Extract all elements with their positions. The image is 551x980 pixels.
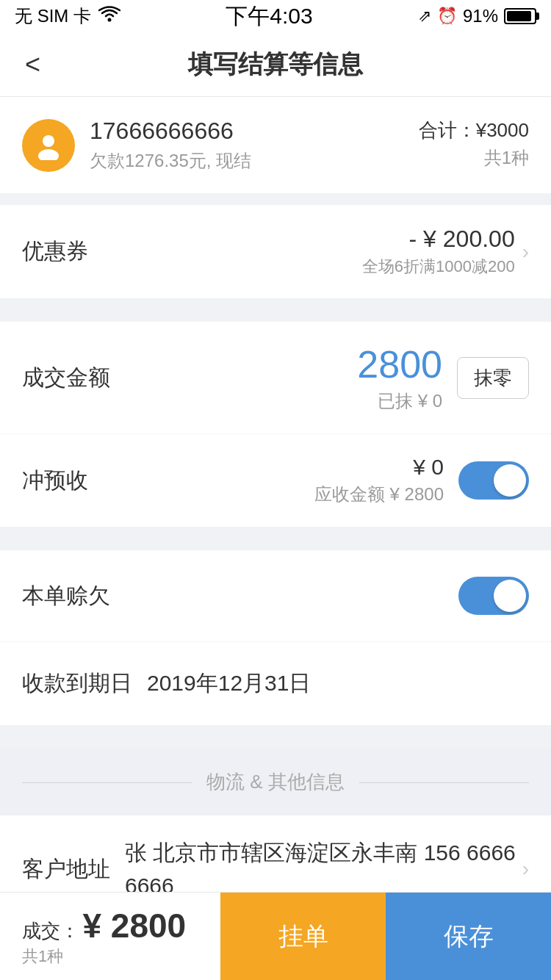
prepay-label: 冲预收 <box>22 466 88 496</box>
customer-debt: 欠款1276.35元, 现结 <box>90 149 251 173</box>
battery-percentage: 91% <box>463 6 498 26</box>
due-row: 收款到期日 2019年12月31日 <box>0 642 551 725</box>
debt-label: 本单赊欠 <box>22 581 110 611</box>
page-title: 填写结算等信息 <box>188 48 363 82</box>
coupon-row[interactable]: 优惠券 - ¥ 200.00 全场6折满1000减200 › <box>0 205 551 298</box>
coupon-description: 全场6折满1000减200 <box>362 256 515 278</box>
back-button[interactable]: < <box>18 42 48 87</box>
coupon-right: - ¥ 200.00 全场6折满1000减200 › <box>362 226 529 278</box>
logistics-section-label: 物流 & 其他信息 <box>192 769 359 795</box>
due-value: 2019年12月31日 <box>147 669 311 699</box>
customer-right: 合计：¥3000 共1种 <box>419 118 529 170</box>
bottom-deal-amount: ¥ 2800 <box>82 907 186 945</box>
bottom-deal-label: 成交： <box>22 920 79 942</box>
coupon-label: 优惠券 <box>22 237 88 267</box>
hang-button[interactable]: 挂单 <box>220 893 386 980</box>
customer-info: 17666666666 欠款1276.35元, 现结 <box>90 118 251 173</box>
debt-toggle-knob <box>494 580 526 612</box>
amount-right-block: 2800 已抹 ¥ 0 <box>357 342 442 413</box>
customer-total-amount: ¥3000 <box>476 119 529 141</box>
customer-total-label: 合计： <box>419 119 476 141</box>
debt-section: 本单赊欠 收款到期日 2019年12月31日 <box>0 550 551 725</box>
carrier-text: 无 SIM 卡 <box>15 4 91 28</box>
due-label: 收款到期日 <box>22 669 132 699</box>
customer-count: 共1种 <box>419 146 529 170</box>
prepay-amount: ¥ 0 <box>314 455 444 480</box>
battery-icon <box>504 8 536 24</box>
prepay-row: 冲预收 ¥ 0 应收金额 ¥ 2800 <box>0 434 551 527</box>
debt-toggle[interactable] <box>458 577 529 615</box>
section-divider-3 <box>0 725 551 737</box>
battery-fill <box>507 11 531 21</box>
round-button[interactable]: 抹零 <box>457 357 529 399</box>
status-bar: 无 SIM 卡 下午4:03 ⇗ ⏰ 91% <box>0 0 551 32</box>
bottom-bar: 成交： ¥ 2800 共1种 挂单 保存 <box>0 892 551 980</box>
logistics-divider: 物流 & 其他信息 <box>0 749 551 815</box>
debt-row: 本单赊欠 <box>0 550 551 642</box>
prepay-toggle[interactable] <box>458 461 529 500</box>
status-time: 下午4:03 <box>226 1 312 32</box>
alarm-icon: ⏰ <box>437 7 457 26</box>
svg-point-2 <box>38 149 59 160</box>
content-area: 17666666666 欠款1276.35元, 现结 合计：¥3000 共1种 … <box>0 97 551 980</box>
bottom-count: 共1种 <box>22 945 198 968</box>
amount-right: 2800 已抹 ¥ 0 抹零 <box>357 342 529 413</box>
customer-phone: 17666666666 <box>90 118 251 145</box>
prepay-toggle-knob <box>494 464 526 497</box>
bottom-actions: 挂单 保存 <box>220 893 551 980</box>
section-divider-1 <box>0 310 551 322</box>
svg-point-0 <box>108 18 112 22</box>
amount-label: 成交金额 <box>22 363 110 393</box>
address-chevron-icon: › <box>522 857 529 881</box>
avatar <box>22 119 75 172</box>
section-divider-2 <box>0 527 551 538</box>
prepay-right: ¥ 0 应收金额 ¥ 2800 <box>314 455 529 506</box>
status-right: ⇗ ⏰ 91% <box>418 6 536 26</box>
location-icon: ⇗ <box>418 7 431 26</box>
svg-point-1 <box>43 135 54 147</box>
customer-card: 17666666666 欠款1276.35元, 现结 合计：¥3000 共1种 <box>0 97 551 193</box>
amount-sub: 已抹 ¥ 0 <box>378 389 442 413</box>
status-left: 无 SIM 卡 <box>15 4 120 28</box>
address-label: 客户地址 <box>22 854 110 884</box>
bottom-deal-row: 成交： ¥ 2800 <box>22 906 198 945</box>
amount-row: 成交金额 2800 已抹 ¥ 0 抹零 <box>0 322 551 434</box>
coupon-chevron-icon: › <box>522 240 529 264</box>
amount-section: 成交金额 2800 已抹 ¥ 0 抹零 冲预收 ¥ 0 应收金额 ¥ 2800 <box>0 322 551 527</box>
coupon-right-text: - ¥ 200.00 全场6折满1000减200 <box>362 226 515 278</box>
customer-left: 17666666666 欠款1276.35元, 现结 <box>22 118 251 173</box>
bottom-info: 成交： ¥ 2800 共1种 <box>0 906 220 968</box>
prepay-amount-block: ¥ 0 应收金额 ¥ 2800 <box>314 455 444 506</box>
customer-total: 合计：¥3000 <box>419 118 529 143</box>
coupon-discount: - ¥ 200.00 <box>362 226 515 253</box>
wifi-icon <box>98 6 120 26</box>
save-button[interactable]: 保存 <box>386 893 551 980</box>
nav-bar: < 填写结算等信息 <box>0 32 551 97</box>
logistics-section: 物流 & 其他信息 <box>0 749 551 815</box>
prepay-sub: 应收金额 ¥ 2800 <box>314 483 444 506</box>
amount-value: 2800 <box>357 342 442 386</box>
